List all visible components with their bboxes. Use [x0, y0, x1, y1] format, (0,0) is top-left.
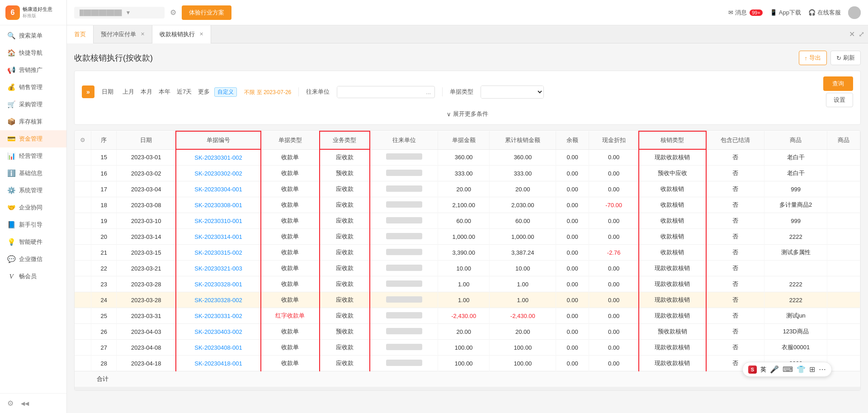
row-amount: 20.00: [438, 181, 490, 197]
messages-button[interactable]: ✉ 消息 99+: [728, 9, 763, 17]
collection-tab-close-icon[interactable]: ✕: [199, 31, 203, 37]
table-row[interactable]: 19 2023-03-10 SK-20230310-001 收款单 应收款 60…: [75, 213, 860, 229]
row-include-settled: 否: [706, 166, 764, 181]
sidebar-item-member[interactable]: V 畅会员: [0, 268, 66, 285]
table-row[interactable]: 23 2023-03-28 SK-20230328-001 收款单 应收款 1.…: [75, 276, 860, 292]
table-row[interactable]: 24 2023-03-28 SK-20230328-002 收款单 应收款 1.…: [75, 292, 860, 308]
row-voucher-no[interactable]: SK-20230321-003: [176, 261, 261, 276]
filter-date-7days[interactable]: 近7天: [175, 87, 193, 97]
table-row[interactable]: 16 2023-03-02 SK-20230302-002 收款单 预收款 33…: [75, 166, 860, 181]
table-row[interactable]: 26 2023-04-03 SK-20230403-002 收款单 预收款 20…: [75, 324, 860, 340]
table-row[interactable]: 18 2023-03-08 SK-20230308-001 收款单 应收款 2,…: [75, 197, 860, 213]
sidebar-item-finance[interactable]: 💳 资金管理: [0, 130, 66, 147]
row-partner: [370, 149, 438, 166]
sidebar-item-quicknav[interactable]: 🏠 快捷导航: [0, 44, 66, 62]
row-voucher-no[interactable]: SK-20230304-001: [176, 181, 261, 197]
sidebar-item-search[interactable]: 🔍 搜索菜单: [0, 27, 66, 44]
tab-home[interactable]: 首页: [67, 25, 94, 43]
table-row[interactable]: 27 2023-04-08 SK-20230408-001 收款单 应收款 10…: [75, 340, 860, 356]
filter-settings-button[interactable]: 设置: [826, 93, 853, 107]
partner-dots-icon[interactable]: ...: [422, 89, 434, 95]
tab-expand-button[interactable]: ⤢: [859, 30, 864, 38]
table-scrollbar[interactable]: [75, 387, 860, 390]
row-amount: 1,000.00: [438, 229, 490, 245]
row-date: 2023-03-04: [117, 181, 176, 197]
table-row[interactable]: 21 2023-03-15 SK-20230315-002 收款单 应收款 3,…: [75, 245, 860, 261]
row-goods: 老白干: [764, 149, 827, 166]
sidebar-item-hardware[interactable]: 💡 智能硬件: [0, 233, 66, 251]
filter-date-last-month[interactable]: 上月: [121, 87, 136, 97]
row-voucher-no[interactable]: SK-20230308-001: [176, 197, 261, 213]
tab-prepay-orders[interactable]: 预付冲应付单 ✕: [94, 25, 152, 43]
col-balance: 余额: [556, 131, 589, 149]
headset-icon: 🎧: [808, 9, 816, 16]
row-voucher-no[interactable]: SK-20230302-002: [176, 166, 261, 181]
filter-date-more[interactable]: 更多: [196, 87, 212, 97]
row-voucher-no[interactable]: SK-20230315-002: [176, 245, 261, 261]
table-row[interactable]: 22 2023-03-21 SK-20230321-003 收款单 应收款 10…: [75, 261, 860, 276]
ime-microphone-icon[interactable]: 🎤: [770, 365, 779, 374]
filter-date-this-year[interactable]: 本年: [157, 87, 172, 97]
app-edition: 标推版: [23, 13, 52, 19]
query-button[interactable]: 查询: [823, 76, 853, 91]
voucher-type-dropdown[interactable]: [481, 86, 543, 98]
table-row[interactable]: 25 2023-03-31 SK-20230331-002 红字收款单 应收款 …: [75, 308, 860, 324]
row-settings: [75, 149, 91, 166]
user-avatar[interactable]: [848, 6, 861, 19]
sidebar-item-system[interactable]: ⚙️ 系统管理: [0, 182, 66, 199]
expand-more-conditions[interactable]: ∨ 展开更多条件: [82, 107, 853, 119]
row-seq: 23: [91, 276, 117, 292]
home-tab-label: 首页: [74, 30, 86, 38]
row-voucher-no[interactable]: SK-20230418-001: [176, 356, 261, 371]
sidebar-item-marketing[interactable]: 📢 营销推广: [0, 62, 66, 79]
refresh-button[interactable]: ↻ 刷新: [830, 51, 861, 65]
settings-icon[interactable]: ⚙: [7, 399, 14, 408]
row-voucher-no[interactable]: SK-20230301-002: [176, 149, 261, 166]
app-download-button[interactable]: 📱 App下载: [770, 9, 801, 17]
row-voucher-no[interactable]: SK-20230310-001: [176, 213, 261, 229]
sidebar-item-wechat[interactable]: 💬 企业微信: [0, 251, 66, 268]
collapse-icon[interactable]: ◀◀: [21, 400, 29, 407]
ime-keyboard-icon[interactable]: ⌨: [783, 365, 793, 374]
data-table: ⚙ 序 日期 单据编号 单据类型 业务类型 往来单位 单据金额 累计核销金额 余…: [75, 131, 860, 387]
table-row[interactable]: 15 2023-03-01 SK-20230301-002 收款单 应收款 36…: [75, 149, 860, 166]
filter-date-this-month[interactable]: 本月: [139, 87, 154, 97]
header-dropdown-arrow[interactable]: ▼: [126, 9, 131, 16]
ime-grid-icon[interactable]: ⊞: [809, 365, 815, 374]
sidebar-item-inventory[interactable]: 📦 库存核算: [0, 113, 66, 130]
row-cash-discount: 0.00: [589, 213, 639, 229]
tab-close-all-button[interactable]: ✕: [849, 30, 855, 38]
row-voucher-no[interactable]: SK-20230328-002: [176, 292, 261, 308]
sidebar-item-guide[interactable]: 📘 新手引导: [0, 216, 66, 233]
ime-more-icon[interactable]: ⋯: [819, 365, 826, 374]
ime-shirt-icon[interactable]: 👕: [797, 365, 806, 374]
tab-collection-execute[interactable]: 收款核销执行 ✕: [152, 25, 211, 43]
header-gear-icon[interactable]: ⚙: [170, 8, 176, 17]
online-support-button[interactable]: 🎧 在线客服: [808, 9, 841, 17]
header-search-area[interactable]: ███████████ ▼: [74, 7, 165, 19]
row-voucher-no[interactable]: SK-20230314-001: [176, 229, 261, 245]
sidebar-item-purchase[interactable]: 🛒 采购管理: [0, 96, 66, 113]
table-row[interactable]: 20 2023-03-14 SK-20230314-001 收款单 应收款 1,…: [75, 229, 860, 245]
row-voucher-no[interactable]: SK-20230328-001: [176, 276, 261, 292]
row-voucher-no[interactable]: SK-20230331-002: [176, 308, 261, 324]
export-button[interactable]: ↑ 导出: [799, 51, 827, 65]
col-settings[interactable]: ⚙: [75, 131, 91, 149]
filter-expand-button[interactable]: »: [82, 85, 94, 98]
row-voucher-no[interactable]: SK-20230403-002: [176, 324, 261, 340]
sidebar-item-basic[interactable]: ℹ️ 基础信息: [0, 165, 66, 182]
industry-solution-button[interactable]: 体验行业方案: [182, 5, 231, 20]
filter-partner-input[interactable]: ...: [337, 86, 435, 98]
partner-input-field[interactable]: [337, 86, 422, 98]
sidebar-item-operations[interactable]: 📊 经营管理: [0, 147, 66, 165]
search-menu-icon: 🔍: [7, 32, 15, 40]
table-row[interactable]: 17 2023-03-04 SK-20230304-001 收款单 应收款 20…: [75, 181, 860, 197]
filter-voucher-type-select[interactable]: [481, 85, 544, 99]
prepay-tab-close-icon[interactable]: ✕: [141, 31, 145, 37]
phone-icon: 📱: [770, 9, 777, 16]
filter-date-custom[interactable]: 自定义: [214, 87, 237, 97]
row-voucher-no[interactable]: SK-20230408-001: [176, 340, 261, 356]
sidebar-item-sales[interactable]: 💰 销售管理: [0, 79, 66, 96]
sidebar-item-enterprise[interactable]: 🤝 企业协同: [0, 199, 66, 216]
enterprise-icon: 🤝: [7, 204, 15, 212]
